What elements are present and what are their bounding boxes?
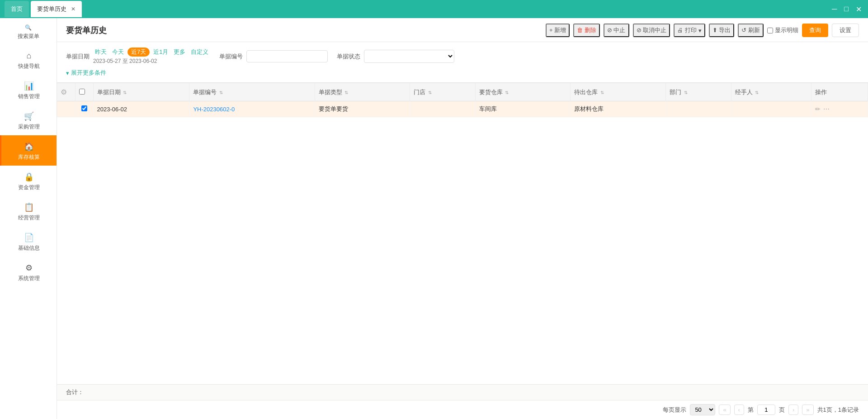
sidebar-item-basic-info[interactable]: 📄 基础信息	[0, 226, 57, 257]
page-size-select[interactable]: 50 10 20 100	[690, 404, 715, 415]
td-actions: ✏ ⋯	[811, 101, 868, 117]
cancel-stop-label: ⊘ 取消中止	[637, 26, 667, 34]
summary-row: 合计：	[57, 384, 868, 400]
content-area: 要货单历史 + 新增 🗑 删除 ⊘ 中止 ⊘ 取消中止 🖨	[57, 18, 868, 419]
sort-store-icon[interactable]: ⇅	[428, 90, 432, 95]
th-checkbox	[75, 83, 93, 101]
export-button[interactable]: ⬆ 导出	[709, 24, 735, 37]
sort-doc-number-icon[interactable]: ⇅	[219, 90, 223, 95]
sidebar: 🔍 搜索菜单 ⌂ 快捷导航 📊 销售管理 🛒 采购管理 🏠 库存核算 🔒 资金管…	[0, 18, 57, 419]
th-pending-warehouse[interactable]: 待出仓库 ⇅	[571, 83, 666, 101]
sidebar-item-finance[interactable]: 🔒 资金管理	[0, 166, 57, 196]
page-input-prefix: 第	[748, 406, 754, 414]
sidebar-item-label: 快捷导航	[18, 62, 40, 70]
row-checkbox[interactable]	[81, 105, 87, 111]
td-checkbox	[75, 101, 93, 117]
th-handler-label: 经手人	[735, 89, 753, 95]
sidebar-search[interactable]: 🔍 搜索菜单	[0, 18, 57, 45]
data-table: ⚙ 单据日期 ⇅ 单据编号 ⇅	[57, 83, 868, 117]
next-page-btn[interactable]: ›	[788, 405, 798, 415]
sidebar-item-label: 基础信息	[18, 244, 40, 252]
date-shortcut-today[interactable]: 今天	[110, 48, 126, 57]
th-actions: 操作	[811, 83, 868, 101]
sidebar-item-label: 经营管理	[18, 214, 40, 222]
date-shortcut-1month[interactable]: 近1月	[151, 48, 170, 57]
sidebar-item-purchase[interactable]: 🛒 采购管理	[0, 105, 57, 135]
refresh-button[interactable]: ↺ 刷新	[738, 24, 764, 37]
first-page-btn[interactable]: «	[719, 405, 730, 415]
display-detail-toggle[interactable]: 显示明细	[767, 26, 798, 34]
tab-requisition-history[interactable]: 要货单历史 ✕	[31, 1, 82, 17]
doc-number-link[interactable]: YH-20230602-0	[193, 106, 235, 113]
th-store-label: 门店	[414, 89, 425, 95]
edit-icon[interactable]: ✏	[815, 105, 821, 113]
th-store[interactable]: 门店 ⇅	[410, 83, 475, 101]
sort-doc-date-icon[interactable]: ⇅	[123, 90, 127, 95]
th-req-warehouse[interactable]: 要货仓库 ⇅	[475, 83, 571, 101]
tab-close-icon[interactable]: ✕	[71, 6, 75, 12]
window-controls: ─ □ ✕	[830, 3, 863, 15]
sort-handler-icon[interactable]: ⇅	[755, 90, 759, 95]
sidebar-item-label: 资金管理	[18, 184, 40, 191]
last-page-btn[interactable]: »	[802, 405, 813, 415]
page-number-input[interactable]	[757, 405, 775, 415]
sort-doc-type-icon[interactable]: ⇅	[344, 90, 348, 95]
row-actions: ✏ ⋯	[815, 105, 864, 113]
tab-home[interactable]: 首页	[5, 1, 29, 17]
minimize-icon[interactable]: ─	[830, 3, 839, 15]
select-all-checkbox[interactable]	[79, 89, 85, 95]
doc-number-input[interactable]	[246, 50, 328, 62]
settings-button[interactable]: 设置	[832, 24, 859, 37]
sort-pending-warehouse-icon[interactable]: ⇅	[600, 90, 604, 95]
date-shortcut-more[interactable]: 更多	[172, 48, 187, 57]
new-button[interactable]: + 新增	[546, 24, 570, 37]
total-info: 共1页，1条记录	[817, 406, 859, 414]
sidebar-item-operations[interactable]: 📋 经营管理	[0, 196, 57, 226]
sort-department-icon[interactable]: ⇅	[684, 90, 688, 95]
prev-page-btn[interactable]: ‹	[734, 405, 744, 415]
cancel-stop-button[interactable]: ⊘ 取消中止	[633, 24, 670, 37]
th-handler[interactable]: 经手人 ⇅	[731, 83, 811, 101]
sort-req-warehouse-icon[interactable]: ⇅	[505, 90, 509, 95]
date-shortcut-custom[interactable]: 自定义	[189, 48, 210, 57]
delete-button[interactable]: 🗑 删除	[573, 24, 600, 37]
td-handler	[731, 101, 811, 117]
page-input-suffix: 页	[779, 406, 785, 414]
expand-more-btn[interactable]: ▾ 展开更多条件	[66, 69, 859, 77]
page-title: 要货单历史	[66, 25, 107, 36]
table-row[interactable]: 2023-06-02 YH-20230602-0 要货单要货 车间库 原材料仓库	[57, 101, 868, 117]
more-icon[interactable]: ⋯	[823, 105, 830, 113]
page-title-row: 要货单历史 + 新增 🗑 删除 ⊘ 中止 ⊘ 取消中止 🖨	[66, 24, 859, 37]
top-bar: 首页 要货单历史 ✕ ─ □ ✕	[0, 0, 868, 18]
filter-row: 单据日期 昨天 今天 近7天 近1月 更多 自定义 2023-05-27 至 2…	[66, 48, 859, 65]
date-label: 单据日期	[66, 52, 90, 61]
status-filter: 单据状态	[337, 50, 454, 63]
column-settings-icon[interactable]: ⚙	[61, 88, 67, 96]
date-shortcut-yesterday[interactable]: 昨天	[93, 48, 108, 57]
sidebar-item-inventory[interactable]: 🏠 库存核算	[0, 135, 57, 166]
doc-number-filter: 单据编号	[219, 50, 328, 62]
sidebar-item-label: 销售管理	[18, 93, 40, 100]
sidebar-item-sales[interactable]: 📊 销售管理	[0, 75, 57, 105]
close-icon[interactable]: ✕	[854, 3, 863, 15]
date-shortcut-7days[interactable]: 近7天	[127, 48, 150, 57]
sidebar-item-quick-nav[interactable]: ⌂ 快捷导航	[0, 45, 57, 75]
page-header: 要货单历史 + 新增 🗑 删除 ⊘ 中止 ⊘ 取消中止 🖨	[57, 18, 868, 42]
query-button[interactable]: 查询	[802, 24, 828, 37]
sidebar-item-label: 库存核算	[18, 153, 40, 161]
stop-button[interactable]: ⊘ 中止	[604, 24, 629, 37]
th-doc-number[interactable]: 单据编号 ⇅	[189, 83, 315, 101]
print-button[interactable]: 🖨 打印 ▾	[674, 24, 705, 37]
td-pending-warehouse: 原材料仓库	[571, 101, 666, 117]
th-doc-type[interactable]: 单据类型 ⇅	[315, 83, 410, 101]
th-department[interactable]: 部门 ⇅	[666, 83, 731, 101]
status-label: 单据状态	[337, 52, 360, 61]
sidebar-item-label: 系统管理	[18, 275, 40, 282]
summary-label: 合计：	[66, 388, 84, 396]
display-detail-checkbox[interactable]	[767, 28, 773, 33]
sidebar-item-system[interactable]: ⚙ 系统管理	[0, 257, 57, 287]
maximize-icon[interactable]: □	[842, 3, 850, 15]
print-dropdown-icon[interactable]: ▾	[698, 27, 702, 34]
th-doc-date[interactable]: 单据日期 ⇅	[93, 83, 189, 101]
status-select[interactable]	[364, 50, 454, 63]
